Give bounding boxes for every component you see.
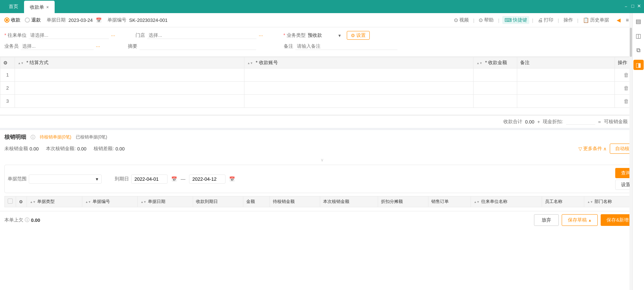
tab-home[interactable]: 首页 bbox=[3, 0, 24, 13]
more-conditions-btn[interactable]: ▽ 更多条件 ∧ bbox=[578, 145, 607, 152]
print-btn[interactable]: 🖨 打印 bbox=[536, 16, 555, 24]
delete-icon-2[interactable]: 🗑 bbox=[624, 85, 629, 91]
business-type-select[interactable]: 预收款 ▾ bbox=[308, 32, 341, 39]
receipt-table-area: ⚙ ▲▼ * 结算方式 ▲▼ * 收款账号 ▲▼ * 收款金额 备注 bbox=[0, 57, 644, 115]
cell-remark-3[interactable] bbox=[517, 95, 615, 108]
plus-sign: + bbox=[537, 119, 540, 125]
delete-icon-1[interactable]: 🗑 bbox=[624, 72, 629, 78]
counterparty-field: 往来单位 ··· bbox=[4, 32, 115, 39]
table-row: 1 🗑 ⧉ bbox=[0, 68, 644, 82]
cell-amount-1[interactable] bbox=[474, 68, 517, 82]
refund-radio[interactable]: 退款 bbox=[25, 17, 41, 23]
store-input[interactable] bbox=[147, 32, 256, 39]
th-gear[interactable]: ⚙ bbox=[0, 57, 15, 68]
th-amount-label: * 收款金额 bbox=[485, 60, 507, 65]
cell-amount-3[interactable] bbox=[474, 95, 517, 108]
bottom-table: ⚙ ▲▼单据类型 ▲▼单据编号 ▲▼单据日期 收款到期日 金额 待核销金额 bbox=[4, 196, 640, 207]
cell-remark-1[interactable] bbox=[517, 68, 615, 82]
calendar-icon-to[interactable]: 📅 bbox=[229, 176, 235, 182]
row-num-2: 2 bbox=[0, 82, 15, 95]
scrollbar-thumb bbox=[630, 28, 632, 57]
doc-number-info: 单据编号 SK-20230324-001 bbox=[107, 17, 168, 23]
receipt-radio[interactable]: 收款 bbox=[4, 17, 20, 23]
draft-button[interactable]: 保存草稿 ▲ bbox=[562, 214, 598, 226]
th-settlement: ▲▼ * 结算方式 bbox=[15, 57, 244, 68]
history-btn[interactable]: 📋 历史单据 bbox=[581, 16, 610, 24]
th-due-date: 收款到期日 bbox=[193, 196, 243, 207]
filter-row: 单据范围 ▾ 到期日 📅 — 📅 查询 设置 bbox=[4, 165, 640, 193]
date-calendar-icon[interactable]: 📅 bbox=[96, 17, 102, 23]
table-row: 3 🗑 ⧉ bbox=[0, 95, 644, 108]
video-btn[interactable]: ⊙ 视频 bbox=[452, 16, 470, 24]
cell-remark-2[interactable] bbox=[517, 82, 615, 95]
cell-amount-2[interactable] bbox=[474, 82, 517, 95]
toolbar: 收款 退款 单据日期 2023-03-24 📅 单据编号 SK-20230324… bbox=[0, 13, 644, 27]
sidebar-icon-active[interactable]: ◨ bbox=[633, 60, 644, 70]
staff-input[interactable] bbox=[21, 43, 94, 50]
total-value: 0.00 bbox=[525, 119, 534, 125]
operation-btn[interactable]: 操作 bbox=[562, 16, 574, 24]
pending-tab-link[interactable]: 待核销单据(0笔) bbox=[40, 134, 71, 140]
current-value: 0.00 bbox=[77, 146, 86, 152]
done-tab-link[interactable]: 已核销单据(0笔) bbox=[76, 134, 107, 140]
th-settlement-label: * 结算方式 bbox=[26, 60, 48, 65]
unreconciled-label: 未核销金额 bbox=[4, 145, 28, 152]
abandon-button[interactable]: 放弃 bbox=[534, 214, 559, 226]
current-reconcile-stat: 本次核销金额: 0.00 bbox=[46, 145, 86, 152]
collapse-icon-row: ∨ bbox=[4, 157, 640, 162]
delete-icon-3[interactable]: 🗑 bbox=[624, 98, 629, 105]
bill-range-select[interactable]: ▾ bbox=[29, 175, 102, 184]
close-icon[interactable]: ✕ bbox=[637, 3, 641, 10]
cell-settlement-3[interactable] bbox=[15, 95, 244, 108]
tab-receipt[interactable]: 收款单 × bbox=[24, 1, 55, 14]
receipt-label: 收款 bbox=[11, 17, 20, 23]
row-num-3: 3 bbox=[0, 95, 15, 108]
cell-account-3[interactable] bbox=[244, 95, 474, 108]
help-icon: ⊙ bbox=[479, 17, 483, 23]
window-controls: － □ ✕ bbox=[624, 3, 641, 10]
maximize-icon[interactable]: □ bbox=[631, 3, 634, 10]
print-label: 打印 bbox=[544, 17, 553, 23]
cell-settlement-2[interactable] bbox=[15, 82, 244, 95]
collapse-icon[interactable]: ∨ bbox=[321, 157, 324, 162]
help-btn[interactable]: ⊙ 帮助 bbox=[477, 16, 495, 24]
tab-close-icon[interactable]: × bbox=[46, 5, 49, 10]
remark-input[interactable] bbox=[295, 43, 397, 50]
cell-settlement-1[interactable] bbox=[15, 68, 244, 82]
staff-more-btn[interactable]: ··· bbox=[96, 43, 100, 49]
discount-input[interactable] bbox=[566, 119, 595, 125]
reconcile-info-icon[interactable]: ⓘ bbox=[31, 134, 35, 141]
sidebar-icon-table[interactable]: ▤ bbox=[633, 16, 644, 26]
cell-account-2[interactable] bbox=[244, 82, 474, 95]
counterparty-more-btn[interactable]: ··· bbox=[111, 32, 115, 38]
minimize-icon[interactable]: － bbox=[624, 3, 628, 10]
shortcut-label: 快捷键 bbox=[513, 17, 527, 23]
unreconciled-stat: 未核销金额 0.00 bbox=[4, 145, 39, 152]
calendar-icon-from[interactable]: 📅 bbox=[171, 176, 177, 182]
th-gear-bottom[interactable]: ⚙ bbox=[16, 196, 27, 207]
select-all-checkbox[interactable] bbox=[8, 199, 13, 204]
counterparty-input[interactable] bbox=[29, 32, 109, 39]
form-row-2: 业务员 ··· 摘要 备注 bbox=[4, 43, 640, 50]
cell-account-1[interactable] bbox=[244, 68, 474, 82]
sidebar-icon-link[interactable]: ⧉ bbox=[633, 45, 644, 55]
prev-view-btn[interactable]: ◀ bbox=[615, 16, 622, 24]
page-value: 0.00 bbox=[31, 218, 40, 223]
settings-button[interactable]: ⚙ 设置 bbox=[347, 31, 370, 40]
date-to-input[interactable] bbox=[189, 175, 225, 184]
remark-label: 备注 bbox=[284, 43, 293, 50]
dropdown-arrow-icon: ▾ bbox=[338, 33, 341, 38]
summary-input[interactable] bbox=[140, 43, 256, 50]
date-from-input[interactable] bbox=[131, 175, 168, 184]
table-row: 2 🗑 ⧉ bbox=[0, 82, 644, 95]
sort-icon2: ▲▼ bbox=[247, 62, 253, 65]
scrollbar-area[interactable] bbox=[629, 13, 632, 290]
store-more-btn[interactable]: ··· bbox=[259, 32, 263, 38]
shortcut-btn[interactable]: ⌨ 快捷键 bbox=[502, 16, 529, 24]
receipt-radio-circle bbox=[4, 17, 9, 23]
number-value: SK-20230324-001 bbox=[129, 17, 168, 23]
sidebar-icon-image[interactable]: ◫ bbox=[633, 31, 644, 41]
th-current-amount: 本次核销金额 bbox=[320, 196, 378, 207]
th-checkbox[interactable] bbox=[5, 196, 16, 207]
form-row-1: 往来单位 ··· 门店 ··· 业务类型 预收款 ▾ ⚙ 设置 bbox=[4, 31, 640, 40]
